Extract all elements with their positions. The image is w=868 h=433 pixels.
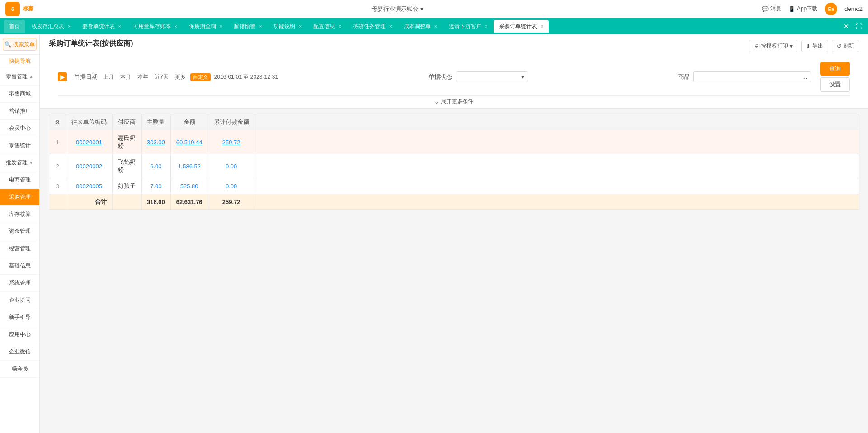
tab-caigou-label: 采购订单统计表	[499, 23, 537, 30]
status-select[interactable]: ▾	[456, 71, 528, 82]
sidebar-item-inventory[interactable]: 库存核算	[0, 206, 39, 223]
tab-keyong-label: 可用量库存账本	[133, 23, 171, 30]
tab-yaohuo[interactable]: 要货单统计表 ×	[77, 20, 127, 33]
shortcut-last-month[interactable]: 上月	[101, 72, 116, 82]
close-icon[interactable]: ×	[339, 24, 341, 29]
workspace-area[interactable]: 母婴行业演示账套 ▾	[372, 5, 424, 13]
goods-input[interactable]: ...	[693, 71, 811, 82]
shortcut-this-year[interactable]: 本年	[136, 72, 150, 82]
sidebar-item-appcenter-label: 应用中心	[9, 331, 31, 338]
shortcut-7days[interactable]: 近7天	[153, 72, 170, 82]
sidebar-item-member2[interactable]: 畅会员	[0, 361, 39, 378]
row-qty[interactable]: 6.00	[142, 154, 171, 178]
filter-toggle-row: ⌄ 展开更多条件	[58, 95, 850, 108]
close-icon[interactable]: ×	[434, 24, 437, 29]
search-menu-label: 搜索菜单	[13, 41, 35, 48]
close-icon[interactable]: ×	[485, 24, 488, 29]
main-layout: 🔍 搜索菜单 快捷导航 零售管理 ▲ 零售商城 营销推广 会员中心 零售统计 批…	[0, 34, 868, 433]
close-icon[interactable]: ×	[389, 24, 392, 29]
sidebar-item-retail[interactable]: 零售管理 ▲	[0, 68, 39, 86]
tab-keyong[interactable]: 可用量库存账本 ×	[127, 20, 183, 33]
row-amount[interactable]: 1,586.52	[170, 154, 208, 178]
app-download-button[interactable]: 📱 App下载	[788, 5, 817, 13]
row-qty[interactable]: 303.00	[142, 130, 171, 154]
sidebar-item-marketing[interactable]: 营销推广	[0, 103, 39, 120]
row-amount[interactable]: 525.80	[170, 178, 208, 194]
query-button[interactable]: 查询	[820, 62, 850, 76]
app-icon: 📱	[788, 6, 795, 12]
shortcut-this-month[interactable]: 本月	[118, 72, 133, 82]
close-icon[interactable]: ×	[220, 24, 222, 29]
row-qty[interactable]: 7.00	[142, 178, 171, 194]
sidebar-item-newguide[interactable]: 新手引导	[0, 309, 39, 326]
th-settings[interactable]: ⚙	[49, 114, 66, 130]
sidebar-nav-button[interactable]: 快捷导航	[0, 55, 39, 68]
refresh-button[interactable]: ↺ 刷新	[832, 40, 859, 52]
row-code[interactable]: 00020005	[66, 178, 113, 194]
close-icon[interactable]: ×	[541, 24, 543, 29]
tab-peizhi[interactable]: 配置信息 ×	[308, 20, 347, 33]
workspace-name: 母婴行业演示账套	[372, 5, 419, 13]
message-button[interactable]: 💬 消息	[762, 5, 781, 13]
sidebar-item-appcenter[interactable]: 应用中心	[0, 326, 39, 343]
print-button[interactable]: 🖨 按模板打印 ▾	[749, 40, 797, 52]
workspace-select[interactable]: 母婴行业演示账套 ▾	[372, 5, 424, 13]
sidebar-item-wholesale[interactable]: 批发管理 ▼	[0, 154, 39, 171]
close-icon[interactable]: ×	[299, 24, 302, 29]
sidebar-item-wechat[interactable]: 企业微信	[0, 343, 39, 361]
shortcut-more[interactable]: 更多	[173, 72, 188, 82]
tab-caigou[interactable]: 采购订单统计表 ×	[494, 20, 549, 33]
tab-gongneng[interactable]: 功能说明 ×	[268, 20, 307, 33]
sidebar-item-ecommerce[interactable]: 电商管理	[0, 171, 39, 189]
print-label: 按模板打印	[761, 42, 788, 50]
tab-home[interactable]: 首页	[4, 20, 25, 33]
tab-shoufahu[interactable]: 收发存汇总表 ×	[26, 20, 76, 33]
sidebar-item-finance-label: 资金管理	[9, 228, 31, 235]
tab-shoufahu-label: 收发存汇总表	[32, 23, 64, 30]
th-extra	[255, 114, 859, 130]
sidebar-item-basic-label: 基础信息	[9, 262, 31, 270]
export-button[interactable]: ⬇ 导出	[801, 40, 828, 52]
content-area: 采购订单统计表(按供应商) 🖨 按模板打印 ▾ ⬇ 导出 ↺ 刷新	[40, 34, 868, 433]
tab-chaochu[interactable]: 超储预警 ×	[228, 20, 267, 33]
nav-label: 快捷导航	[9, 58, 31, 64]
row-code[interactable]: 00020002	[66, 154, 113, 178]
nav-expand-button[interactable]: ⛶	[854, 21, 864, 32]
sidebar-item-system[interactable]: 系统管理	[0, 275, 39, 292]
sidebar-item-finance[interactable]: 资金管理	[0, 223, 39, 240]
custom-date-tag[interactable]: 自定义	[190, 73, 211, 81]
row-paid[interactable]: 0.00	[208, 154, 255, 178]
sidebar-item-retail-stats[interactable]: 零售统计	[0, 137, 39, 154]
close-icon[interactable]: ×	[175, 24, 177, 29]
sidebar-item-retail-shop[interactable]: 零售商城	[0, 86, 39, 103]
row-paid[interactable]: 0.00	[208, 178, 255, 194]
sidebar-item-purchase[interactable]: 采购管理	[0, 189, 39, 206]
row-paid[interactable]: 259.72	[208, 130, 255, 154]
row-code[interactable]: 00020001	[66, 130, 113, 154]
tab-pihuo[interactable]: 拣货任务管理 ×	[348, 20, 397, 33]
sidebar: 🔍 搜索菜单 快捷导航 零售管理 ▲ 零售商城 营销推广 会员中心 零售统计 批…	[0, 34, 40, 433]
tab-yaoqing[interactable]: 邀请下游客户 ×	[443, 20, 493, 33]
close-icon[interactable]: ×	[68, 24, 71, 29]
table-footer-row: 合计 316.00 62,631.76 259.72	[49, 194, 859, 210]
sidebar-item-basic[interactable]: 基础信息	[0, 257, 39, 275]
tab-baozhiqi[interactable]: 保质期查询 ×	[184, 20, 228, 33]
sidebar-item-member[interactable]: 会员中心	[0, 120, 39, 137]
row-amount[interactable]: 60,519.44	[170, 130, 208, 154]
search-menu-button[interactable]: 🔍 搜索菜单	[3, 38, 37, 51]
settings-icon[interactable]: ⚙	[55, 119, 60, 126]
sidebar-item-enterprise[interactable]: 企业协同	[0, 292, 39, 309]
close-icon[interactable]: ×	[259, 24, 262, 29]
expand-more-button[interactable]: ⌄ 展开更多条件	[434, 98, 473, 105]
expand-collapse-icon[interactable]: ▶	[58, 72, 67, 81]
tab-chengben[interactable]: 成本调整单 ×	[398, 20, 443, 33]
close-icon[interactable]: ×	[118, 24, 121, 29]
settings-button[interactable]: 设置	[820, 77, 850, 92]
filter-row-1: ▶ 单据日期 上月 本月 本年 近7天 更多 自定义 2016-01-01 至 …	[58, 60, 850, 94]
footer-paid: 259.72	[208, 194, 255, 210]
row-supplier: 飞鹤奶粉	[113, 154, 142, 178]
refresh-icon: ↺	[837, 43, 841, 49]
sidebar-item-operation[interactable]: 经营管理	[0, 240, 39, 257]
footer-amount: 62,631.76	[170, 194, 208, 210]
nav-close-button[interactable]: ✕	[841, 21, 852, 32]
